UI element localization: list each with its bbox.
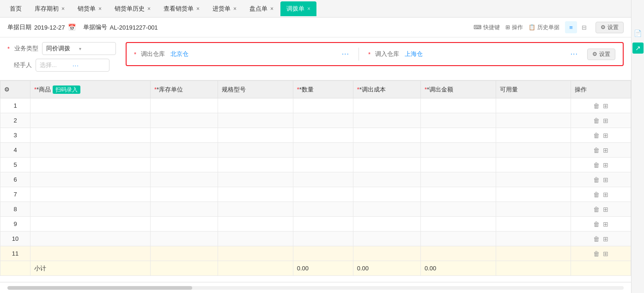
row-amount-9[interactable] [421,217,496,232]
row-spec-4[interactable] [218,143,293,158]
row-copy-icon-8[interactable]: ⊞ [603,206,608,213]
row-delete-icon-3[interactable]: 🗑 [593,132,600,139]
row-unit-3[interactable] [151,128,218,143]
row-amount-5[interactable] [421,158,496,172]
tab-transfer-order[interactable]: 调拨单 × [280,1,316,16]
horizontal-scrollbar[interactable] [7,286,624,290]
row-amount-7[interactable] [421,187,496,202]
tab-inventory-count-close[interactable]: × [270,6,273,12]
tab-sales-order-close[interactable]: × [98,6,102,12]
row-product-4[interactable] [30,143,151,158]
row-delete-icon-8[interactable]: 🗑 [593,206,600,213]
row-delete-icon-5[interactable]: 🗑 [593,161,600,169]
row-amount-2[interactable] [421,113,496,128]
settings-button[interactable]: ⚙ 设置 [595,22,624,33]
row-product-3[interactable] [30,128,151,143]
layout-grid-btn[interactable]: ⊟ [578,21,590,33]
row-delete-icon-7[interactable]: 🗑 [593,191,600,198]
tab-sales-history-close[interactable]: × [147,6,151,12]
row-copy-icon-7[interactable]: ⊞ [603,191,608,198]
row-delete-icon-11[interactable]: 🗑 [593,250,600,257]
row-copy-icon-6[interactable]: ⊞ [603,176,608,183]
tab-home[interactable]: 首页 [4,1,28,16]
row-copy-icon-1[interactable]: ⊞ [603,102,608,110]
row-cost-9[interactable] [353,217,420,232]
tab-sales-order[interactable]: 销货单 × [72,1,108,16]
row-amount-8[interactable] [421,202,496,217]
tab-view-sales[interactable]: 查看销货单 × [158,1,206,16]
row-copy-icon-4[interactable]: ⊞ [603,146,608,154]
history-btn[interactable]: 📋 历史单据 [529,24,559,31]
row-delete-icon-4[interactable]: 🗑 [593,146,600,154]
row-copy-icon-11[interactable]: ⊞ [603,250,608,257]
row-cost-4[interactable] [353,143,420,158]
row-amount-4[interactable] [421,143,496,158]
warehouse-settings-btn[interactable]: ⚙ 设置 [587,49,615,60]
tab-purchase-order[interactable]: 进货单 × [207,1,243,16]
row-amount-1[interactable] [421,98,496,113]
row-spec-3[interactable] [218,128,293,143]
row-unit-8[interactable] [151,202,218,217]
row-qty-2[interactable] [293,113,353,128]
row-qty-5[interactable] [293,158,353,172]
row-spec-6[interactable] [218,172,293,187]
row-delete-icon-9[interactable]: 🗑 [593,220,600,228]
row-cost-8[interactable] [353,202,420,217]
row-cost-5[interactable] [353,158,420,172]
row-unit-7[interactable] [151,187,218,202]
row-product-7[interactable] [30,187,151,202]
transfer-out-more[interactable]: ··· [342,50,349,58]
row-product-5[interactable] [30,158,151,172]
scan-btn[interactable]: 扫码录入 [53,85,80,94]
row-copy-icon-5[interactable]: ⊞ [603,161,608,169]
row-product-8[interactable] [30,202,151,217]
row-product-1[interactable] [30,98,151,113]
row-cost-7[interactable] [353,187,420,202]
row-qty-3[interactable] [293,128,353,143]
tab-inventory-count[interactable]: 盘点单 × [243,1,279,16]
row-product-10[interactable] [30,232,151,246]
row-qty-4[interactable] [293,143,353,158]
layout-list-btn[interactable]: ≡ [565,21,577,33]
row-qty-9[interactable] [293,217,353,232]
row-unit-9[interactable] [151,217,218,232]
side-doc-icon[interactable]: 📄 [632,28,644,39]
row-unit-6[interactable] [151,172,218,187]
row-qty-1[interactable] [293,98,353,113]
row-cost-10[interactable] [353,232,420,246]
transfer-in-more[interactable]: ··· [571,50,578,58]
row-spec-7[interactable] [218,187,293,202]
tab-inventory-init[interactable]: 库存期初 × [29,1,71,16]
row-unit-2[interactable] [151,113,218,128]
tab-view-sales-close[interactable]: × [196,6,200,12]
row-qty-8[interactable] [293,202,353,217]
row-cost-2[interactable] [353,113,420,128]
row-copy-icon-9[interactable]: ⊞ [603,220,608,228]
row-delete-icon-6[interactable]: 🗑 [593,176,600,183]
side-export-icon[interactable]: ↗ [632,43,644,54]
tab-sales-history[interactable]: 销货单历史 × [109,1,157,16]
row-unit-5[interactable] [151,158,218,172]
row-copy-icon-3[interactable]: ⊞ [603,132,608,139]
row-amount-10[interactable] [421,232,496,246]
handler-more[interactable]: ··· [73,62,105,69]
operations-btn[interactable]: ⊞ 操作 [505,24,523,31]
row-unit-1[interactable] [151,98,218,113]
row-spec-9[interactable] [218,217,293,232]
row-cost-6[interactable] [353,172,420,187]
row-product-2[interactable] [30,113,151,128]
row-spec-10[interactable] [218,232,293,246]
row-unit-10[interactable] [151,232,218,246]
row-spec-8[interactable] [218,202,293,217]
tab-purchase-order-close[interactable]: × [233,6,237,12]
calendar-icon[interactable]: 📅 [68,24,76,31]
row-product-6[interactable] [30,172,151,187]
row-unit-11[interactable] [151,246,218,261]
row-cost-3[interactable] [353,128,420,143]
business-type-select[interactable]: 同价调拨 ▾ [42,42,116,55]
row-delete-icon-1[interactable]: 🗑 [593,102,600,110]
row-delete-icon-2[interactable]: 🗑 [593,117,600,124]
row-spec-2[interactable] [218,113,293,128]
tab-inventory-init-close[interactable]: × [61,6,65,12]
row-spec-5[interactable] [218,158,293,172]
